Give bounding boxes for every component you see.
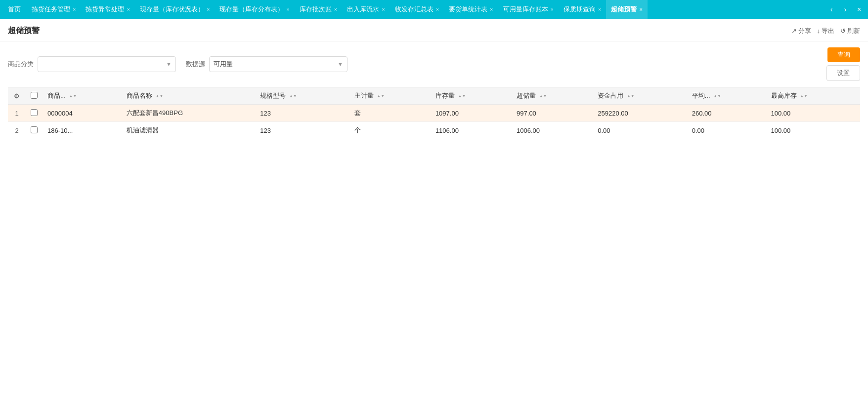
- row-checkbox-1[interactable]: [31, 126, 38, 133]
- close-tab-6[interactable]: ×: [436, 6, 439, 12]
- row-unit-1: 个: [349, 122, 431, 139]
- share-label: 分享: [798, 27, 811, 36]
- nav-tab-chaochuyujing[interactable]: 超储预警 ×: [606, 0, 647, 19]
- nav-arrow-right[interactable]: ›: [838, 0, 852, 19]
- row-num-0: 1: [8, 105, 26, 122]
- column-header-unit[interactable]: 主计量 ▲▼: [349, 87, 431, 105]
- datasource-select[interactable]: 可用量 ▼: [209, 56, 347, 72]
- close-tab-0[interactable]: ×: [73, 6, 76, 12]
- column-header-max[interactable]: 最高库存 ▲▼: [766, 87, 860, 105]
- column-header-avg[interactable]: 平均... ▲▼: [687, 87, 766, 105]
- column-header-spec[interactable]: 规格型号 ▲▼: [255, 87, 349, 105]
- close-tab-7[interactable]: ×: [490, 6, 493, 12]
- close-tab-10[interactable]: ×: [639, 6, 642, 12]
- sort-icon-name: ▲▼: [155, 94, 163, 98]
- select-all-checkbox[interactable]: [31, 92, 38, 99]
- datasource-filter: 数据源 可用量 ▼: [186, 56, 347, 72]
- row-checkbox-0[interactable]: [31, 109, 38, 116]
- close-tab-1[interactable]: ×: [127, 6, 130, 12]
- row-name-0: 六配套新昌490BPG: [122, 105, 255, 122]
- refresh-action[interactable]: ↺ 刷新: [840, 27, 860, 36]
- row-capital-1: 0.00: [593, 122, 687, 139]
- row-avg-0: 260.00: [687, 105, 766, 122]
- row-stock-0: 1097.00: [431, 105, 512, 122]
- close-tab-5[interactable]: ×: [382, 6, 385, 12]
- nav-tab-yaohuo[interactable]: 要货单统计表 ×: [444, 0, 498, 19]
- export-label: 导出: [822, 27, 834, 36]
- page-title: 超储预警: [8, 26, 40, 36]
- datasource-select-arrow: ▼: [338, 61, 343, 67]
- sort-icon-capital: ▲▼: [627, 94, 635, 98]
- row-max-0: 100.00: [766, 105, 860, 122]
- nav-tab-xiancunliang-fenbiao[interactable]: 现存量（库存分布表） ×: [215, 0, 294, 19]
- datasource-select-value: 可用量: [214, 60, 233, 69]
- sort-icon-stock: ▲▼: [458, 94, 466, 98]
- settings-button[interactable]: 设置: [826, 65, 860, 81]
- sort-icon-unit: ▲▼: [377, 94, 385, 98]
- close-tab-9[interactable]: ×: [598, 6, 601, 12]
- nav-arrow-group: ‹ › ×: [825, 0, 866, 19]
- column-header-capital[interactable]: 资金占用 ▲▼: [593, 87, 687, 105]
- row-spec-1: 123: [255, 122, 349, 139]
- row-checkbox-cell-0[interactable]: [26, 105, 43, 122]
- filter-bar: 商品分类 ▼ 数据源 可用量 ▼ 查询 设置: [0, 41, 868, 87]
- nav-tab-jianhuo-yichang[interactable]: 拣货异常处理 ×: [81, 0, 134, 19]
- row-max-1: 100.00: [766, 122, 860, 139]
- row-code-1: 186-10...: [43, 122, 122, 139]
- row-stock-1: 1106.00: [431, 122, 512, 139]
- close-tab-2[interactable]: ×: [207, 6, 210, 12]
- column-header-checkbox[interactable]: [26, 87, 43, 105]
- data-table-wrapper: ⚙ 商品... ▲▼ 商品名称 ▲▼ 规格型号 ▲▼: [0, 87, 868, 139]
- nav-tab-xiancunliang-kuanzhang[interactable]: 现存量（库存状况表） ×: [135, 0, 215, 19]
- close-tab-8[interactable]: ×: [551, 6, 554, 12]
- query-button[interactable]: 查询: [827, 47, 860, 62]
- column-header-code[interactable]: 商品... ▲▼: [43, 87, 122, 105]
- page-header: 超储预警 ↗ 分享 ↓ 导出 ↺ 刷新: [0, 19, 868, 41]
- sort-icon-max: ▲▼: [800, 94, 808, 98]
- row-num-1: 2: [8, 122, 26, 139]
- nav-tab-baozhi[interactable]: 保质期查询 ×: [559, 0, 606, 19]
- row-capital-0: 259220.00: [593, 105, 687, 122]
- close-tab-4[interactable]: ×: [334, 6, 337, 12]
- sort-icon-over: ▲▼: [539, 94, 547, 98]
- datasource-filter-label: 数据源: [186, 60, 205, 69]
- row-name-1: 机油滤清器: [122, 122, 255, 139]
- refresh-icon: ↺: [840, 27, 846, 35]
- share-icon: ↗: [791, 27, 797, 35]
- nav-tab-keyongliang[interactable]: 可用量库存账本 ×: [498, 0, 559, 19]
- action-buttons: 查询 设置: [826, 47, 860, 81]
- nav-tab-churuku[interactable]: 出入库流水 ×: [342, 0, 390, 19]
- top-navigation: 首页 拣货任务管理 × 拣货异常处理 × 现存量（库存状况表） × 现存量（库存…: [0, 0, 868, 19]
- column-header-over[interactable]: 超储量 ▲▼: [512, 87, 593, 105]
- column-header-gear[interactable]: ⚙: [8, 87, 26, 105]
- nav-close-btn[interactable]: ×: [852, 0, 866, 19]
- column-header-name[interactable]: 商品名称 ▲▼: [122, 87, 255, 105]
- nav-tab-jianhuorenwu[interactable]: 拣货任务管理 ×: [27, 0, 81, 19]
- row-over-1: 1006.00: [512, 122, 593, 139]
- category-select[interactable]: ▼: [38, 56, 176, 72]
- close-tab-3[interactable]: ×: [286, 6, 289, 12]
- table-row: 2 186-10... 机油滤清器 123 个 1106.00 1006.00 …: [8, 122, 860, 139]
- row-avg-1: 0.00: [687, 122, 766, 139]
- export-icon: ↓: [817, 27, 821, 35]
- page-actions: ↗ 分享 ↓ 导出 ↺ 刷新: [791, 27, 861, 36]
- sort-icon-code: ▲▼: [69, 94, 77, 98]
- page-container: 超储预警 ↗ 分享 ↓ 导出 ↺ 刷新 商品分类 ▼ 数据源: [0, 19, 868, 395]
- table-header-row: ⚙ 商品... ▲▼ 商品名称 ▲▼ 规格型号 ▲▼: [8, 87, 860, 105]
- export-action[interactable]: ↓ 导出: [817, 27, 835, 36]
- category-filter-label: 商品分类: [8, 60, 34, 69]
- table-row: 1 0000004 六配套新昌490BPG 123 套 1097.00 997.…: [8, 105, 860, 122]
- refresh-label: 刷新: [847, 27, 860, 36]
- row-code-0: 0000004: [43, 105, 122, 122]
- row-spec-0: 123: [255, 105, 349, 122]
- share-action[interactable]: ↗ 分享: [791, 27, 811, 36]
- column-header-stock[interactable]: 库存量 ▲▼: [431, 87, 512, 105]
- nav-tab-shoufacun[interactable]: 收发存汇总表 ×: [390, 0, 444, 19]
- row-checkbox-cell-1[interactable]: [26, 122, 43, 139]
- nav-home[interactable]: 首页: [2, 0, 27, 19]
- gear-icon: ⚙: [14, 92, 20, 100]
- nav-arrow-left[interactable]: ‹: [825, 0, 838, 19]
- sort-icon-spec: ▲▼: [289, 94, 297, 98]
- nav-tab-pizhang[interactable]: 库存批次账 ×: [295, 0, 342, 19]
- category-select-arrow: ▼: [166, 61, 172, 67]
